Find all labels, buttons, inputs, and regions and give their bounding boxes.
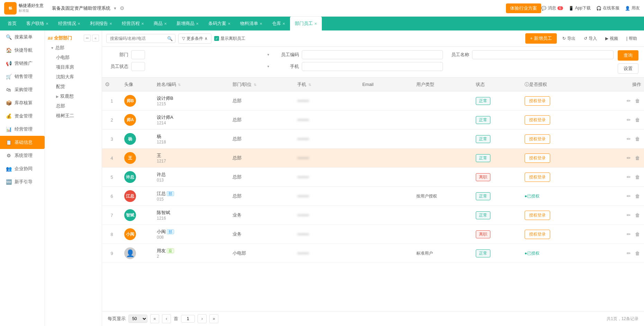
tree-item-head[interactable]: 总部 <box>48 101 99 111</box>
edit-button[interactable]: ✏ <box>625 174 632 180</box>
edit-button[interactable]: ✏ <box>625 135 632 142</box>
tab-profit[interactable]: 利润报告✕ <box>85 17 117 30</box>
settings-icon[interactable]: ⚙ <box>120 5 124 11</box>
search-icon[interactable]: 🔍 <box>167 36 173 41</box>
online-service-button[interactable]: 🎧 在线客服 <box>596 5 619 11</box>
prev-page-button[interactable]: ‹ <box>162 314 171 323</box>
name-input[interactable] <box>472 50 614 59</box>
delete-button[interactable]: 🗑 <box>634 193 641 200</box>
col-dept[interactable]: 部门/职位 ⇅ <box>230 78 295 91</box>
close-icon[interactable]: ✕ <box>78 22 80 26</box>
tab-products[interactable]: 商品✕ <box>149 17 172 30</box>
sidebar-item-system[interactable]: ⚙ 系统管理 <box>0 149 45 162</box>
delete-button[interactable]: 🗑 <box>634 174 641 180</box>
sidebar-item-business[interactable]: 📊 经营管理 <box>0 123 45 136</box>
close-icon[interactable]: ✕ <box>164 22 167 26</box>
delete-button[interactable]: 🗑 <box>634 212 641 219</box>
delete-button[interactable]: 🗑 <box>634 116 641 123</box>
set-button[interactable]: 设置 <box>618 63 638 74</box>
sidebar-item-sales[interactable]: 🛒 销售管理 <box>0 70 45 83</box>
close-icon[interactable]: ✕ <box>260 22 262 26</box>
sidebar-item-collab[interactable]: 👥 企业协同 <box>0 162 45 175</box>
auth-login-button[interactable]: 授权登录 <box>525 173 550 182</box>
code-input[interactable] <box>302 50 443 59</box>
last-page-button[interactable]: » <box>209 314 218 323</box>
sidebar-item-search[interactable]: 🔍 搜索菜单 <box>0 30 45 44</box>
tab-history[interactable]: 经营历程✕ <box>117 17 149 30</box>
tree-item-project[interactable]: 项目库房 <box>48 62 99 72</box>
auth-login-button[interactable]: 授权登录 <box>525 153 550 163</box>
close-icon[interactable]: ✕ <box>46 22 48 26</box>
tab-warehouse[interactable]: 仓库✕ <box>267 17 290 30</box>
close-icon[interactable]: ✕ <box>141 22 144 26</box>
first-page-button[interactable]: « <box>150 314 159 323</box>
sidebar-item-marketing[interactable]: 📢 营销推广 <box>0 57 45 70</box>
next-page-button[interactable]: › <box>198 314 207 323</box>
app-download-button[interactable]: 📱 App下载 <box>569 5 591 11</box>
delete-button[interactable]: 🗑 <box>634 231 641 238</box>
page-size-select[interactable]: 50 100 <box>128 315 147 323</box>
page-number-input[interactable] <box>181 315 195 323</box>
edit-button[interactable]: ✏ <box>625 97 632 104</box>
add-employee-button[interactable]: + 新增员工 <box>525 33 557 44</box>
query-button[interactable]: 查询 <box>618 50 638 61</box>
dept-tree-title[interactable]: ## 全部部门 <box>48 35 72 41</box>
video-button[interactable]: ▶ 视频 <box>602 34 621 43</box>
col-settings[interactable]: ⚙ <box>102 78 121 91</box>
tree-item-headquarters[interactable]: ▼ 总部 <box>48 43 99 53</box>
close-icon[interactable]: ✕ <box>282 22 285 26</box>
tab-customer[interactable]: 客户联络✕ <box>21 17 53 30</box>
tab-bom[interactable]: 物料清单✕ <box>235 17 267 30</box>
chevron-down-icon[interactable]: ▼ <box>113 6 117 10</box>
col-name[interactable]: 姓名/编码 ⇅ <box>154 78 230 91</box>
tab-staff[interactable]: 部门员工✕ <box>290 17 322 30</box>
message-button[interactable]: 💬 消息 6 <box>541 5 563 11</box>
edit-button[interactable]: ✏ <box>625 193 632 200</box>
user-menu[interactable]: 👤 用友 <box>625 5 640 11</box>
auth-login-button[interactable]: 授权登录 <box>525 134 550 144</box>
tree-item-small-elec[interactable]: 小电部 <box>48 53 99 62</box>
close-icon[interactable]: ✕ <box>196 22 199 26</box>
tree-item-shenyang[interactable]: 沈阳大库 <box>48 72 99 82</box>
tab-operation[interactable]: 经营情况✕ <box>53 17 85 30</box>
edit-button[interactable]: ✏ <box>625 212 632 219</box>
edit-button[interactable]: ✏ <box>625 155 632 161</box>
edit-button[interactable]: ✏ <box>625 250 632 257</box>
delete-button[interactable]: 🗑 <box>634 135 641 142</box>
close-icon[interactable]: ✕ <box>109 22 112 26</box>
tree-item-peihe[interactable]: 配货 <box>48 82 99 91</box>
sidebar-item-inventory[interactable]: 📦 库存核算 <box>0 96 45 109</box>
search-input[interactable] <box>106 34 175 43</box>
sidebar-item-finance[interactable]: 💰 资金管理 <box>0 109 45 123</box>
tab-barcode[interactable]: 条码方案✕ <box>203 17 235 30</box>
dept-edit-button[interactable]: ✏ <box>84 35 91 42</box>
close-icon[interactable]: ✕ <box>314 22 317 26</box>
sidebar-item-guide[interactable]: 🆕 新手引导 <box>0 175 45 188</box>
export-button[interactable]: ↻ 导出 <box>560 34 578 43</box>
delete-button[interactable]: 🗑 <box>634 97 641 104</box>
help-button[interactable]: | 帮助 <box>624 34 640 43</box>
show-resigned-checkbox[interactable]: ✓ 显示离职员工 <box>214 36 245 42</box>
delete-button[interactable]: 🗑 <box>634 155 641 161</box>
col-phone[interactable]: 手机 ⇅ <box>294 78 360 91</box>
import-button[interactable]: ↺ 导入 <box>581 34 600 43</box>
more-filters-button[interactable]: ▽ 更多条件 ∧ <box>178 34 211 44</box>
auth-login-button[interactable]: 授权登录 <box>525 115 550 125</box>
sidebar-item-basic[interactable]: 📋 基础信息 <box>0 136 45 149</box>
delete-button[interactable]: 🗑 <box>634 250 641 257</box>
close-icon[interactable]: ✕ <box>228 22 230 26</box>
sidebar-item-purchase[interactable]: 🛍 采购管理 <box>0 83 45 96</box>
phone-input[interactable] <box>302 62 443 71</box>
edit-button[interactable]: ✏ <box>625 231 632 238</box>
tree-item-shuanglu[interactable]: ▶ 双鹿想 <box>48 91 99 101</box>
sidebar-item-quicknav[interactable]: 🏠 快捷导航 <box>0 44 45 57</box>
dept-collapse-button[interactable]: « <box>92 35 99 42</box>
auth-login-button[interactable]: 授权登录 <box>525 96 550 106</box>
tab-new-product[interactable]: 新增商品✕ <box>172 17 203 30</box>
trial-button[interactable]: 体验行业方案 <box>506 3 541 13</box>
settings-icon[interactable]: ⚙ <box>105 81 110 87</box>
dept-select[interactable] <box>131 50 145 59</box>
auth-login-button[interactable]: 授权登录 <box>525 230 550 239</box>
status-select[interactable] <box>131 62 145 71</box>
tab-home[interactable]: 首页 <box>3 17 21 30</box>
